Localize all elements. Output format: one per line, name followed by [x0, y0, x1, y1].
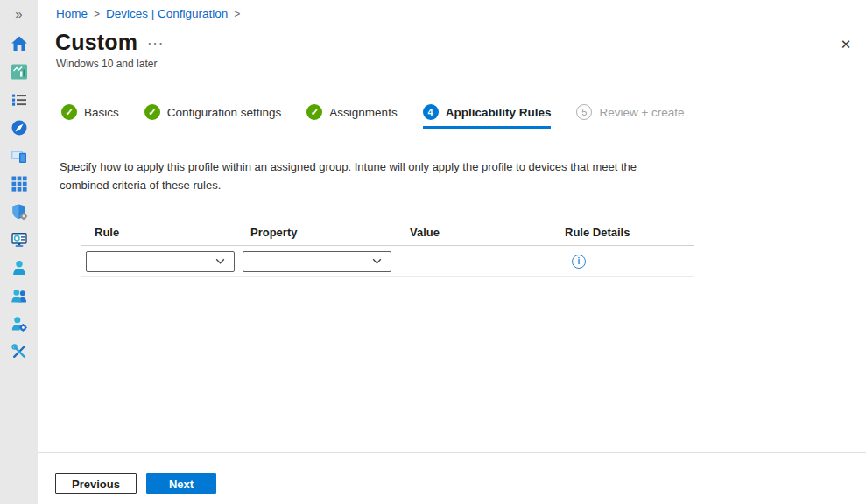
- step-label: Configuration settings: [167, 106, 282, 119]
- explore-icon: [11, 119, 28, 136]
- property-dropdown[interactable]: [243, 251, 391, 272]
- step-configuration-settings[interactable]: ✓ Configuration settings: [144, 104, 282, 129]
- sidebar-item-home[interactable]: [0, 30, 38, 58]
- groups-icon: [11, 287, 28, 304]
- step-label: Review + create: [599, 106, 684, 119]
- breadcrumb-separator-icon: >: [234, 8, 240, 20]
- step-basics[interactable]: ✓ Basics: [61, 104, 119, 129]
- step-number-badge: 4: [423, 104, 439, 120]
- page-title: Custom: [55, 30, 137, 55]
- applicability-rules-description: Specify how to apply this profile within…: [60, 158, 674, 194]
- column-header-rule-details: Rule Details: [558, 226, 694, 239]
- rule-cell: [81, 251, 243, 272]
- devices-icon: [11, 147, 28, 164]
- rule-details-cell: i: [558, 255, 694, 269]
- home-icon: [11, 35, 28, 52]
- step-assignments[interactable]: ✓ Assignments: [306, 104, 397, 129]
- breadcrumb-link-devices-configuration[interactable]: Devices | Configuration: [106, 7, 228, 20]
- troubleshooting-icon: [11, 343, 28, 360]
- apps-icon: [11, 175, 28, 192]
- rule-dropdown[interactable]: [86, 251, 235, 272]
- breadcrumb-separator-icon: >: [94, 8, 100, 20]
- info-icon[interactable]: i: [572, 255, 586, 269]
- step-label: Applicability Rules: [446, 106, 552, 119]
- table-header-row: Rule Property Value Rule Details: [81, 220, 694, 246]
- sidebar-item-all-services[interactable]: [0, 86, 38, 114]
- sidebar-item-apps[interactable]: [0, 170, 38, 198]
- sidebar-item-users[interactable]: [0, 254, 38, 282]
- close-icon[interactable]: ✕: [836, 35, 855, 54]
- sidebar-item-troubleshooting[interactable]: [0, 338, 38, 366]
- breadcrumb: Home > Devices | Configuration >: [56, 7, 240, 20]
- applicability-rules-table: Rule Property Value Rule Details i: [81, 220, 694, 277]
- more-actions-icon[interactable]: ···: [148, 37, 165, 50]
- tenant-administration-icon: [11, 315, 28, 332]
- expand-sidebar-icon[interactable]: »: [0, 4, 38, 23]
- next-button[interactable]: Next: [146, 473, 216, 494]
- reports-icon: [11, 231, 28, 248]
- step-review-create: 5 Review + create: [576, 104, 684, 129]
- endpoint-security-icon: [11, 203, 28, 220]
- table-row: i: [81, 246, 694, 277]
- sidebar-item-reports[interactable]: [0, 226, 38, 254]
- users-icon: [11, 259, 28, 276]
- page-subtitle: Windows 10 and later: [56, 58, 157, 70]
- breadcrumb-link-home[interactable]: Home: [56, 7, 88, 20]
- check-icon: ✓: [61, 104, 77, 120]
- step-label: Assignments: [329, 106, 397, 119]
- previous-button[interactable]: Previous: [55, 473, 137, 494]
- check-icon: ✓: [306, 104, 322, 120]
- chevron-down-icon: [215, 256, 226, 267]
- column-header-rule: Rule: [81, 226, 243, 239]
- column-header-value: Value: [396, 226, 558, 239]
- sidebar-item-groups[interactable]: [0, 282, 38, 310]
- left-nav-sidebar: »: [0, 0, 38, 504]
- step-label: Basics: [84, 106, 119, 119]
- sidebar-item-endpoint-security[interactable]: [0, 198, 38, 226]
- wizard-footer: Previous Next: [38, 452, 866, 504]
- dashboard-icon: [11, 63, 28, 80]
- all-services-icon: [11, 91, 28, 108]
- wizard-steps: ✓ Basics ✓ Configuration settings ✓ Assi…: [61, 104, 685, 129]
- sidebar-item-tenant-administration[interactable]: [0, 310, 38, 338]
- step-number-badge: 5: [576, 104, 592, 120]
- sidebar-item-devices[interactable]: [0, 142, 38, 170]
- sidebar-item-dashboard[interactable]: [0, 58, 38, 86]
- step-applicability-rules[interactable]: 4 Applicability Rules: [423, 104, 552, 129]
- sidebar-item-explore[interactable]: [0, 114, 38, 142]
- chevron-down-icon: [371, 256, 383, 267]
- check-icon: ✓: [144, 104, 160, 120]
- property-cell: [243, 251, 396, 272]
- column-header-property: Property: [243, 226, 396, 239]
